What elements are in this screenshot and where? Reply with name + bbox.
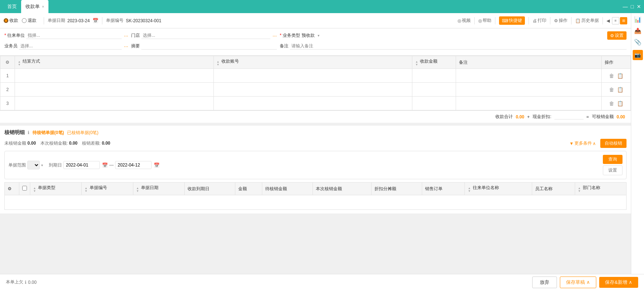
layout-grid-icon[interactable]: ⊞ — [620, 17, 627, 24]
row-2-settle[interactable] — [15, 83, 214, 97]
salesman-field: 业务员 ··· — [4, 43, 128, 50]
bottom-col-gear[interactable]: ⚙ — [5, 183, 19, 195]
hexiao-info-icon[interactable]: ℹ — [28, 130, 30, 135]
shop-field: 门店 ··· — [131, 32, 277, 39]
close-window-icon[interactable]: ✕ — [637, 4, 641, 9]
counterparty-label: 往来单位 — [4, 32, 25, 39]
prev-arrow[interactable]: ◀ — [606, 18, 610, 23]
row-2-remark[interactable] — [456, 83, 602, 97]
summary-label: 摘要 — [131, 43, 140, 49]
range-select[interactable] — [27, 161, 40, 169]
row-2-account[interactable] — [213, 83, 412, 97]
bottom-col-check[interactable] — [19, 183, 30, 195]
help-link[interactable]: ◎ 帮助 — [478, 17, 491, 24]
form-section: 往来单位 ··· 门店 ··· 业务类型 预收款 ▾ ⚙ 设置 — [0, 28, 631, 56]
active-tab[interactable]: 收款单 × — [21, 0, 48, 13]
radio-tuikuan-label: 退款 — [28, 17, 36, 24]
pending-tab[interactable]: 待核销单据(0笔) — [32, 130, 64, 136]
history-link[interactable]: 📋 历史单据 — [575, 17, 599, 24]
shop-more-icon[interactable]: ··· — [272, 33, 277, 39]
plus-label: + — [527, 114, 530, 119]
summary-input[interactable] — [141, 43, 277, 50]
row-3-copy-btn[interactable]: 📋 — [616, 100, 624, 107]
radio-shoukuan[interactable]: 收款 — [4, 17, 18, 24]
video-link[interactable]: ◎ 视频 — [458, 17, 471, 24]
row-3-amount[interactable] — [412, 97, 456, 110]
row-3-num: 3 — [0, 97, 15, 110]
row-3-delete-btn[interactable]: 🗑 — [608, 100, 615, 107]
select-all-checkbox[interactable] — [22, 186, 27, 191]
home-tab[interactable]: 首页 — [3, 0, 21, 13]
total-value: 0.00 — [516, 114, 524, 119]
auto-hexiao-btn[interactable]: 自动核销 — [600, 139, 627, 148]
available-label: 可核销金额 — [592, 114, 614, 120]
row-1-amount[interactable] — [412, 69, 456, 83]
row-3-settle[interactable] — [15, 97, 214, 110]
row-1-account[interactable] — [213, 69, 412, 83]
row-2-amount[interactable] — [412, 83, 456, 97]
bottom-table-empty-row — [5, 195, 627, 210]
bottom-col-pending: 待核销金额 — [262, 183, 313, 195]
query-setting-btn[interactable]: 设置 — [603, 165, 623, 175]
biz-type-label: 业务类型 — [280, 32, 300, 39]
biz-type-dropdown-icon[interactable]: ▾ — [318, 34, 319, 38]
form-row-2: 业务员 ··· 摘要 备注 — [4, 43, 627, 50]
toolbar-divider-4 — [495, 17, 495, 24]
sidebar-attach-icon[interactable]: 📎 — [634, 39, 641, 46]
range-dropdown-icon[interactable]: ▾ — [41, 163, 43, 167]
shortcut-btn[interactable]: ⌨ 快捷键 — [499, 16, 525, 25]
operation-link[interactable]: ⚙ 操作 — [554, 17, 568, 24]
row-1-copy-btn[interactable]: 📋 — [616, 72, 624, 79]
col-gear[interactable]: ⚙ — [0, 56, 15, 69]
row-1-settle[interactable] — [15, 69, 214, 83]
layout-list-icon[interactable]: ≡ — [612, 17, 619, 24]
discount-input[interactable] — [554, 114, 584, 119]
more-conditions-btn[interactable]: ▼ 更多条件 ∧ — [569, 140, 596, 146]
due-date-start-cal-icon[interactable]: 📅 — [102, 162, 108, 168]
row-1-remark[interactable] — [456, 69, 602, 83]
sidebar-screenshot-icon[interactable]: 📷 — [633, 50, 643, 60]
bottom-table: ⚙ ▲▼ 单据类型 ▲▼ 单据编号 ▲▼ 单据日期 — [4, 182, 627, 210]
remark-field: 备注 — [280, 43, 627, 50]
row-1-delete-btn[interactable]: 🗑 — [608, 72, 615, 79]
row-3-account[interactable] — [213, 97, 412, 110]
row-3-remark[interactable] — [456, 97, 602, 110]
sidebar-export-icon[interactable]: 📤 — [634, 27, 641, 34]
hexiao-title: 核销明细 — [4, 129, 25, 136]
row-2-action: 🗑 📋 — [602, 83, 631, 97]
close-tab-icon[interactable]: × — [42, 4, 44, 9]
table-section: ⚙ ▲▼ 结算方式 ▲▼ 收款账号 ▲▼ 收款金额 — [0, 56, 631, 123]
remark-input[interactable] — [290, 43, 627, 50]
toolbar-divider-6 — [550, 17, 550, 24]
maximize-icon[interactable]: □ — [631, 4, 634, 9]
filter-icon: ▼ — [569, 141, 574, 146]
date-calendar-icon[interactable]: 📅 — [93, 18, 98, 23]
hexiao-header: 核销明细 ℹ 待核销单据(0笔) 已核销单据(0笔) — [4, 129, 627, 136]
row-2-copy-btn[interactable]: 📋 — [616, 86, 624, 93]
salesman-more-icon[interactable]: ··· — [124, 43, 128, 49]
counterparty-more-icon[interactable]: ··· — [124, 33, 128, 39]
operation-icon: ⚙ — [554, 18, 558, 23]
row-2-delete-btn[interactable]: 🗑 — [608, 86, 615, 93]
radio-tuikuan[interactable]: 退款 — [22, 17, 36, 24]
active-tab-label: 收款单 — [25, 3, 40, 10]
due-date-end-cal-icon[interactable]: 📅 — [154, 162, 160, 168]
toolbar-divider-3 — [474, 17, 475, 24]
completed-tab[interactable]: 已核销单据(0笔) — [67, 130, 99, 136]
print-icon: 🖨 — [533, 18, 537, 23]
total-label: 收款合计 — [495, 114, 513, 120]
due-date-start-input[interactable]: 2022-04-01 — [63, 161, 100, 169]
current-label: 本次核销金额: 0.00 — [40, 140, 78, 146]
counterparty-input[interactable] — [26, 32, 122, 39]
row-3-action: 🗑 📋 — [602, 97, 631, 110]
shop-input[interactable] — [141, 32, 270, 39]
salesman-input[interactable] — [19, 43, 122, 50]
due-date-end-input[interactable]: 2022-04-12 — [115, 161, 152, 169]
col-operation: 操作 — [602, 56, 631, 69]
sidebar-table-icon[interactable]: 📊 — [634, 16, 641, 23]
query-btn[interactable]: 查询 — [603, 155, 623, 164]
setting-btn-form[interactable]: ⚙ 设置 — [607, 31, 627, 40]
minimize-icon[interactable]: — — [623, 4, 628, 9]
print-link[interactable]: 🖨 打印 — [533, 17, 546, 24]
form-row-1: 往来单位 ··· 门店 ··· 业务类型 预收款 ▾ ⚙ 设置 — [4, 31, 627, 40]
